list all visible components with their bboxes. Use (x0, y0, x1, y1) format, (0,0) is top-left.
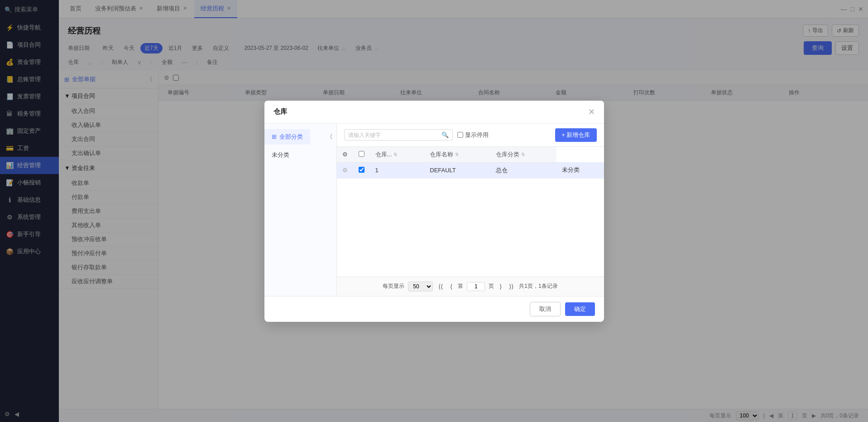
modal-total-label: 共1页，1条记录 (519, 282, 557, 290)
cancel-button[interactable]: 取消 (530, 302, 561, 316)
modal-category-all[interactable]: ⊞ 全部分类 (264, 129, 310, 145)
grid-icon: ⊞ (272, 133, 277, 140)
modal-pagination: 每页显示 102050100 ⟨⟨ ⟨ 算 页 ⟩ ⟩⟩ 共1页，1条记录 (337, 276, 604, 296)
col-category-header: 仓库分类⇅ (490, 147, 556, 163)
modal-close-button[interactable]: ✕ (588, 107, 595, 117)
modal-title: 仓库 (273, 107, 287, 116)
show-disabled-checkbox[interactable] (457, 132, 463, 138)
modal-page-label-before: 算 (458, 282, 463, 290)
table-row[interactable]: ⚙ 1 DEFAULT 总仓 未分类 (337, 162, 604, 178)
modal-search-box: 🔍 (344, 129, 453, 141)
modal-page-label-after: 页 (489, 282, 494, 290)
col-gear-header: ⚙ (337, 147, 353, 163)
confirm-button[interactable]: 确定 (565, 302, 595, 316)
modal-page-size-select[interactable]: 102050100 (408, 281, 433, 291)
modal-search-input[interactable] (348, 132, 440, 138)
row-name: 总仓 (490, 162, 556, 178)
add-warehouse-button[interactable]: + 新增仓库 (555, 128, 596, 142)
col-code-header: 仓库...⇅ (370, 147, 425, 163)
modal-last-page-btn[interactable]: ⟩⟩ (507, 282, 515, 291)
warehouse-modal: 仓库 ✕ ⊞ 全部分类 《 未分类 (264, 101, 604, 322)
modal-collapse-button[interactable]: 《 (326, 133, 333, 141)
modal-left-panel: ⊞ 全部分类 《 未分类 (264, 124, 337, 296)
col-name-header: 仓库名称⇅ (424, 147, 490, 163)
row-code: DEFAULT (424, 162, 490, 178)
modal-page-size-label: 每页显示 (383, 282, 404, 290)
row-num: 1 (370, 162, 425, 178)
search-icon: 🔍 (441, 131, 449, 138)
modal-actions: 取消 确定 (264, 296, 604, 322)
row-check[interactable] (353, 162, 370, 178)
modal-page-input[interactable] (467, 282, 485, 291)
show-disabled-label[interactable]: 显示停用 (457, 131, 489, 139)
table-select-all[interactable] (359, 151, 364, 157)
modal-next-page-btn[interactable]: ⟩ (498, 282, 504, 291)
modal-header: 仓库 ✕ (264, 101, 604, 124)
modal-category-unclassified[interactable]: 未分类 (264, 147, 336, 163)
modal-overlay: 仓库 ✕ ⊞ 全部分类 《 未分类 (0, 0, 868, 422)
modal-prev-page-btn[interactable]: ⟨ (448, 282, 454, 291)
modal-table: ⚙ 仓库...⇅ 仓库名称⇅ 仓库分类⇅ (337, 147, 604, 276)
col-check-header (353, 147, 370, 163)
modal-first-page-btn[interactable]: ⟨⟨ (436, 282, 445, 291)
row-category: 未分类 (556, 162, 604, 178)
row-gear[interactable]: ⚙ (337, 162, 353, 178)
modal-toolbar: 🔍 显示停用 + 新增仓库 (337, 124, 604, 147)
modal-right-panel: 🔍 显示停用 + 新增仓库 ⚙ (337, 124, 604, 296)
modal-body: ⊞ 全部分类 《 未分类 🔍 (264, 124, 604, 296)
